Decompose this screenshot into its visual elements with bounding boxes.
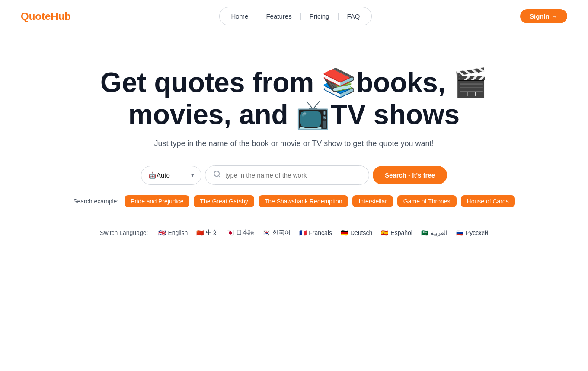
flag-french: 🇫🇷: [299, 229, 307, 236]
flag-japanese: 🇯🇵: [227, 229, 234, 236]
search-row: 🤖Auto ▾ Search - It's free: [141, 165, 447, 185]
flag-english: 🇬🇧: [158, 229, 166, 236]
lang-german[interactable]: 🇩🇪 Deutsch: [341, 229, 372, 236]
lang-japanese[interactable]: 🇯🇵 日本語: [227, 229, 254, 237]
search-input-wrap: [205, 165, 369, 185]
language-switcher-label: Switch Language:: [100, 229, 148, 236]
navbar: QuoteHub Home Features Pricing FAQ SignI…: [0, 0, 588, 32]
nav-divider-3: [338, 13, 339, 20]
example-tag-0[interactable]: Pride and Prejudice: [125, 195, 189, 207]
nav-divider-1: [257, 13, 257, 20]
example-tag-1[interactable]: The Great Gatsby: [194, 195, 254, 207]
flag-russian: 🇷🇺: [456, 229, 463, 236]
lang-english[interactable]: 🇬🇧 English: [158, 229, 188, 236]
flag-spanish: 🇪🇸: [381, 229, 388, 236]
auto-label: 🤖Auto: [148, 171, 170, 179]
nav-item-home[interactable]: Home: [223, 10, 256, 22]
nav-item-pricing[interactable]: Pricing: [302, 10, 337, 22]
lang-arabic[interactable]: 🇸🇦 العربية: [421, 229, 447, 236]
example-tag-2[interactable]: The Shawshank Redemption: [259, 195, 348, 207]
signin-button[interactable]: SignIn →: [520, 9, 567, 23]
search-icon: [213, 170, 221, 180]
svg-line-1: [218, 176, 220, 177]
language-switcher: Switch Language: 🇬🇧 English 🇨🇳 中文 🇯🇵 日本語…: [100, 229, 488, 237]
example-tag-4[interactable]: Game of Thrones: [397, 195, 457, 207]
hero-section: Get quotes from 📚books, 🎬movies, and 📺TV…: [0, 32, 588, 254]
nav-divider-2: [300, 13, 301, 20]
example-tag-5[interactable]: House of Cards: [461, 195, 515, 207]
search-example-label: Search example:: [73, 198, 118, 205]
lang-korean[interactable]: 🇰🇷 한국어: [263, 229, 291, 237]
hero-subtitle: Just type in the name of the book or mov…: [154, 139, 434, 148]
nav-item-faq[interactable]: FAQ: [339, 10, 368, 22]
lang-chinese[interactable]: 🇨🇳 中文: [196, 229, 218, 237]
flag-german: 🇩🇪: [341, 229, 348, 236]
flag-korean: 🇰🇷: [263, 229, 270, 236]
lang-french[interactable]: 🇫🇷 Français: [299, 229, 332, 236]
search-button[interactable]: Search - It's free: [373, 166, 447, 184]
chevron-down-icon: ▾: [191, 172, 194, 178]
lang-russian[interactable]: 🇷🇺 Русский: [456, 229, 488, 236]
language-dropdown[interactable]: 🤖Auto ▾: [141, 166, 201, 185]
search-examples: Search example: Pride and Prejudice The …: [73, 195, 515, 207]
lang-spanish[interactable]: 🇪🇸 Español: [381, 229, 412, 236]
flag-arabic: 🇸🇦: [421, 229, 428, 236]
nav-item-features[interactable]: Features: [258, 10, 299, 22]
search-input[interactable]: [225, 171, 361, 179]
flag-chinese: 🇨🇳: [196, 229, 204, 236]
example-tag-3[interactable]: Interstellar: [352, 195, 393, 207]
nav-menu: Home Features Pricing FAQ: [219, 7, 371, 25]
hero-title: Get quotes from 📚books, 🎬movies, and 📺TV…: [99, 67, 489, 130]
brand-logo[interactable]: QuoteHub: [21, 10, 71, 22]
